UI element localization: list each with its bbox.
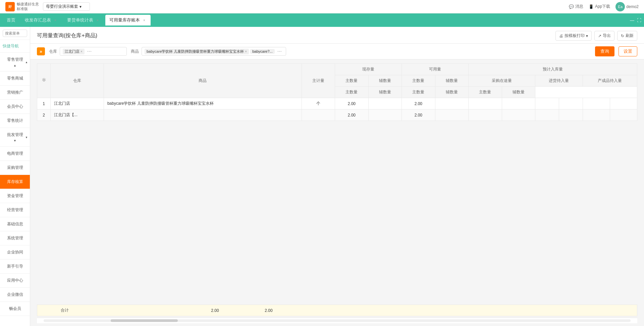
sidebar-item-member[interactable]: 会员中心 <box>0 100 30 114</box>
footer-available-main: 2.00 <box>255 308 282 313</box>
warehouse-more-icon[interactable]: ··· <box>86 48 93 54</box>
cell-unit-1: 个 <box>302 98 335 109</box>
cell-current-main-2: 2.00 <box>335 109 369 121</box>
sidebar-item-enterprise-wx[interactable]: 企业微信 <box>0 288 30 302</box>
tab-available[interactable]: 可用量库存账本 × <box>105 15 151 26</box>
gear-icon[interactable] <box>41 78 47 83</box>
app-download-button[interactable]: 📱 App下载 <box>589 4 610 9</box>
logo-icon: 好 <box>5 2 15 11</box>
export-icon: ↗ <box>598 34 601 38</box>
cell-incoming-pending-aux-1 <box>559 98 583 109</box>
content-area: 可用量查询(按仓库+商品) 🖨 按模板打印 ▾ ↗ 导出 ↻ 刷新 <box>30 27 644 326</box>
filter-toggle-button[interactable]: » <box>37 47 45 55</box>
goods-tag1-close[interactable]: × <box>245 50 247 53</box>
user-profile[interactable]: Ea demo2 <box>615 2 639 11</box>
sidebar-item-vip-member[interactable]: 畅会员 <box>0 302 30 316</box>
sidebar-item-enterprise[interactable]: 企业协同 <box>0 245 30 260</box>
th-incoming-pending: 进货待入量 <box>535 75 583 87</box>
tab-actions: — ⛶ <box>630 18 641 23</box>
cell-warehouse-2: 江北门店【... <box>51 109 104 121</box>
print-template-button[interactable]: 🖨 按模板打印 ▾ <box>555 31 592 41</box>
chevron-down-icon: ▾ <box>79 4 82 9</box>
sidebar-item-newbie[interactable]: 新手引导 <box>0 260 30 274</box>
cell-purchase-transit-aux-2 <box>502 109 535 121</box>
table-footer: 合计 2.00 2.00 <box>37 305 637 316</box>
cell-product-pending-main-1 <box>583 98 610 109</box>
goods-tag-2: babycare?... <box>250 49 275 54</box>
cell-purchase-transit-aux-1 <box>502 98 535 109</box>
sidebar-item-operation[interactable]: 经营管理 <box>0 203 30 217</box>
cell-goods-2 <box>104 109 302 121</box>
cell-current-main-1: 2.00 <box>335 98 369 109</box>
scroll-thumb[interactable] <box>111 319 178 322</box>
cell-no-2: 2 <box>37 109 51 121</box>
sidebar-item-finance[interactable]: 资金管理 <box>0 189 30 203</box>
industry-selector[interactable]: 母婴行业演示账套 ▾ <box>43 2 90 11</box>
page-title: 可用量查询(按仓库+商品) <box>37 32 97 39</box>
shortcut-nav[interactable]: 快捷导航 <box>0 40 30 53</box>
cell-product-pending-aux-1 <box>610 98 637 109</box>
warehouse-input[interactable]: 江北门店 × ··· <box>60 47 127 56</box>
message-button[interactable]: 💬 消息 <box>569 4 583 9</box>
minimize-icon[interactable]: — <box>630 18 634 23</box>
export-button[interactable]: ↗ 导出 <box>594 31 614 41</box>
logo-text: 畅捷通好生意 标准版 <box>17 2 39 11</box>
tab-collect[interactable]: 收发存汇总表 × <box>21 15 62 26</box>
query-button[interactable]: 查询 <box>595 46 614 56</box>
top-bar: 好 畅捷通好生意 标准版 母婴行业演示账套 ▾ 💬 消息 📱 App下载 Ea … <box>0 0 644 13</box>
refresh-button[interactable]: ↻ 刷新 <box>617 31 637 41</box>
th-goods: 商品 <box>104 64 302 98</box>
setting-button[interactable]: 设置 <box>619 46 637 56</box>
tab-close-order[interactable]: × <box>95 18 100 22</box>
th-available-aux: 辅数量 <box>435 75 469 87</box>
th-settings <box>37 64 51 98</box>
goods-label: 商品 <box>131 49 139 54</box>
tab-close-available[interactable]: × <box>142 18 147 22</box>
th-current-aux: 辅数量 <box>368 75 402 87</box>
cell-goods-1: babycare学饮杯 儿童防摔防撞吸管杯重力球吸嘴杯宝宝水杯 <box>104 98 302 109</box>
footer-label: 合计 <box>41 308 202 313</box>
sidebar-item-wholesale-mgmt[interactable]: 批发管理 ▼ <box>0 128 30 147</box>
sidebar-item-purchase[interactable]: 采购管理 <box>0 161 30 175</box>
cell-purchase-transit-main-2 <box>469 109 502 121</box>
page-actions: 🖨 按模板打印 ▾ ↗ 导出 ↻ 刷新 <box>555 31 637 41</box>
cell-product-pending-main-2 <box>583 109 610 121</box>
top-bar-right: 💬 消息 📱 App下载 Ea demo2 <box>569 2 639 11</box>
sidebar-item-marketing[interactable]: 营销推广 <box>0 86 30 100</box>
table-row: 2 江北门店【... 2.00 2.00 <box>37 109 637 121</box>
goods-tag-1: babycare学饮杯 儿童防摔防撞吸管杯重力球吸嘴杯宝宝水杯 × <box>145 49 249 54</box>
tab-close-collect[interactable]: × <box>53 18 58 22</box>
table-container: 仓库 商品 主计量 现存量 可用量 <box>30 59 644 305</box>
cell-product-pending-aux-2 <box>610 109 637 121</box>
maximize-icon[interactable]: ⛶ <box>637 18 641 23</box>
sidebar-item-system[interactable]: 系统管理 <box>0 231 30 245</box>
th-warehouse: 仓库 <box>51 64 104 98</box>
scroll-track <box>44 319 631 322</box>
cell-available-aux-1 <box>435 98 469 109</box>
avatar: Ea <box>615 2 625 11</box>
cell-incoming-pending-main-2 <box>535 109 559 121</box>
sidebar-item-retail-stats[interactable]: 零售统计 <box>0 114 30 128</box>
filter-bar: » 仓库 江北门店 × ··· 商品 babycare学饮杯 儿童防摔防撞吸管杯… <box>30 44 644 59</box>
th-product-pending: 产成品待入量 <box>583 75 637 87</box>
goods-input[interactable]: babycare学饮杯 儿童防摔防撞吸管杯重力球吸嘴杯宝宝水杯 × babyca… <box>142 47 286 56</box>
th-product-pending-main: 主数量 <box>469 87 502 98</box>
cell-available-main-2: 2.00 <box>402 109 435 121</box>
table-row: 1 江北门店 babycare学饮杯 儿童防摔防撞吸管杯重力球吸嘴杯宝宝水杯 个… <box>37 98 637 109</box>
sidebar-item-inventory[interactable]: 库存核算 <box>0 175 30 189</box>
warehouse-label: 仓库 <box>49 49 57 54</box>
sidebar-item-basic[interactable]: 基础信息 <box>0 217 30 231</box>
tab-home[interactable]: 首页 <box>3 15 19 26</box>
warehouse-filter-group: 仓库 江北门店 × ··· <box>49 47 127 56</box>
scroll-bar-wrap <box>37 318 637 323</box>
warehouse-tag-close[interactable]: × <box>80 50 83 53</box>
sidebar-item-app-center[interactable]: 应用中心 <box>0 274 30 288</box>
goods-more-icon[interactable]: ··· <box>276 48 283 54</box>
th-incoming-pending-aux: 辅数量 <box>435 87 469 98</box>
cell-incoming-pending-aux-2 <box>559 109 583 121</box>
tab-order[interactable]: 要货单统计表 × <box>63 15 104 26</box>
sidebar-item-retail-mall[interactable]: 零售商城 <box>0 72 30 86</box>
sidebar-item-ecommerce[interactable]: 电商管理 <box>0 147 30 161</box>
search-input[interactable] <box>3 30 27 37</box>
sidebar-item-retail-mgmt[interactable]: 零售管理 ▲ <box>0 53 30 72</box>
